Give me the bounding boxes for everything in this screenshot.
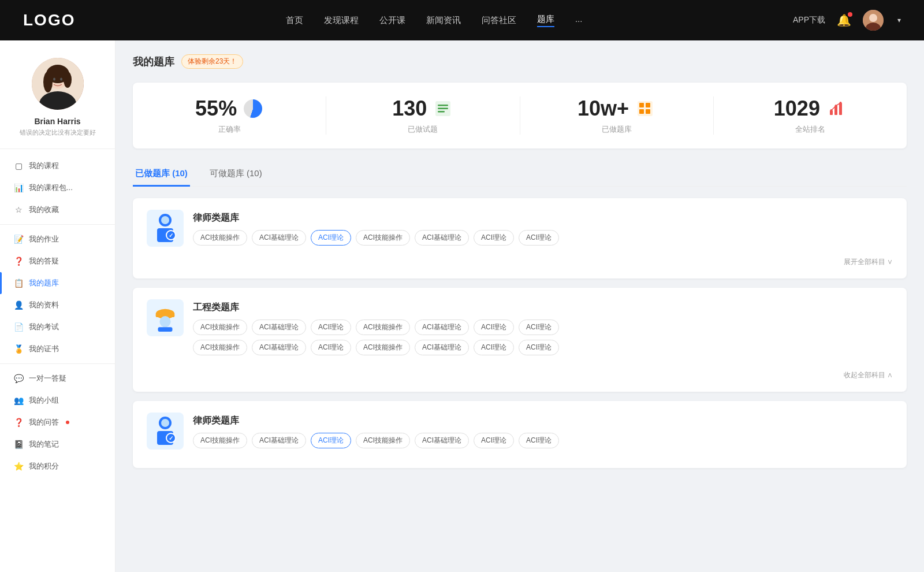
profile-icon: 👤 [14,300,23,310]
tag-eng-2-5[interactable]: ACI基础理论 [415,340,469,355]
bank-expand-engineer-wrapper: 收起全部科目 ∧ [147,369,893,380]
tabs-row: 已做题库 (10) 可做题库 (10) [133,162,907,187]
stat-banks-top: 10w+ [578,96,655,121]
notes-icon: 📓 [14,440,23,449]
expand-engineer[interactable]: 收起全部科目 ∧ [844,371,893,379]
sidebar-profile: Brian Harris 错误的决定比没有决定要好 [0,58,115,149]
tag-eng-2-7[interactable]: ACI理论 [519,340,559,355]
avatar-dropdown-arrow[interactable]: ▾ [897,16,901,24]
homework-icon: 📝 [14,235,23,244]
tag-lawyer1-7[interactable]: ACI理论 [519,230,559,246]
svg-point-8 [64,72,72,88]
sidebar-item-group-label: 我的小组 [29,395,59,406]
svg-point-37 [161,419,169,427]
page-title: 我的题库 [133,55,174,69]
questions-icon: ❓ [14,257,23,266]
tag-eng-2-4[interactable]: ACI技能操作 [356,340,410,355]
svg-point-24 [834,105,837,107]
app-download[interactable]: APP下载 [793,15,825,25]
tag-eng-1-7[interactable]: ACI理论 [519,320,559,335]
tag-eng-1-3[interactable]: ACI理论 [311,320,351,335]
bank-card-engineer-header: 工程类题库 ACI技能操作 ACI基础理论 ACI理论 ACI技能操作 ACI基… [147,299,893,360]
sidebar-item-homework[interactable]: 📝 我的作业 [0,228,115,250]
list-icon [434,100,452,117]
lawyer-icon-1: ✓ [151,213,179,243]
sidebar-item-points-label: 我的积分 [29,461,59,471]
avatar[interactable] [863,10,884,31]
sidebar-item-courses[interactable]: ▢ 我的课程 [0,155,115,177]
nav-open-course[interactable]: 公开课 [379,15,405,26]
tag-eng-2-1[interactable]: ACI技能操作 [193,340,247,355]
stat-ranking: 1029 全站排名 [714,96,907,135]
trial-badge: 体验剩余23天！ [181,54,243,69]
nav-news[interactable]: 新闻资讯 [426,15,461,26]
nav-discover[interactable]: 发现课程 [324,15,359,26]
sidebar-item-questionbank[interactable]: 📋 我的题库 [0,272,115,294]
tag-lawyer2-2[interactable]: ACI基础理论 [252,433,306,448]
sidebar-item-packages-label: 我的课程包... [29,183,73,193]
tag-lawyer2-7[interactable]: ACI理论 [519,433,559,448]
sidebar-item-exam[interactable]: 📄 我的考试 [0,316,115,338]
tag-eng-2-2[interactable]: ACI基础理论 [252,340,306,355]
sidebar-item-qa[interactable]: ❓ 我的问答 [0,411,115,433]
tag-lawyer1-2[interactable]: ACI基础理论 [252,230,306,246]
questionbank-icon: 📋 [14,278,23,288]
sidebar-item-certificate[interactable]: 🏅 我的证书 [0,338,115,360]
stat-ranking-value: 1029 [774,96,820,121]
tag-eng-1-5[interactable]: ACI基础理论 [415,320,469,335]
tag-lawyer1-4[interactable]: ACI技能操作 [356,230,410,246]
sidebar-item-tutoring-label: 一对一答疑 [29,373,66,384]
bank-card-lawyer-1-header: ✓ 律师类题库 ACI技能操作 ACI基础理论 ACI理论 ACI技能操作 AC… [147,210,893,247]
tag-eng-1-4[interactable]: ACI技能操作 [356,320,410,335]
sidebar-item-points[interactable]: ⭐ 我的积分 [0,455,115,477]
tab-done[interactable]: 已做题库 (10) [133,162,190,187]
expand-lawyer-1[interactable]: 展开全部科目 ∨ [844,258,893,266]
sidebar-item-notes-label: 我的笔记 [29,439,59,450]
nav-question-bank[interactable]: 题库 [537,14,554,27]
avatar-image [863,10,884,31]
svg-rect-12 [438,105,448,106]
tag-lawyer2-3[interactable]: ACI理论 [311,433,351,448]
sidebar-item-questions[interactable]: ❓ 我的答疑 [0,250,115,272]
notification-bell[interactable]: 🔔 [837,13,851,27]
tag-lawyer1-3[interactable]: ACI理论 [311,230,351,246]
tag-lawyer1-5[interactable]: ACI基础理论 [415,230,469,246]
sidebar-item-tutoring[interactable]: 💬 一对一答疑 [0,367,115,389]
packages-icon: 📊 [14,183,23,192]
group-icon: 👥 [14,396,23,405]
bank-card-lawyer-1-content: 律师类题库 ACI技能操作 ACI基础理论 ACI理论 ACI技能操作 ACI基… [193,210,893,246]
tag-eng-1-2[interactable]: ACI基础理论 [252,320,306,335]
tag-eng-2-6[interactable]: ACI理论 [474,340,514,355]
tag-lawyer2-5[interactable]: ACI基础理论 [415,433,469,448]
sidebar-item-packages[interactable]: 📊 我的课程包... [0,177,115,199]
navbar: LOGO 首页 发现课程 公开课 新闻资讯 问答社区 题库 ··· APP下载 … [0,0,924,40]
nav-home[interactable]: 首页 [286,15,303,26]
stat-ranking-top: 1029 [774,96,847,121]
favorites-icon: ☆ [14,205,23,214]
sidebar-item-profile[interactable]: 👤 我的资料 [0,294,115,316]
tag-eng-2-3[interactable]: ACI理论 [311,340,351,355]
nav-qa[interactable]: 问答社区 [482,15,516,26]
lawyer-icon-box-2: ✓ [147,413,184,450]
stat-banks-value: 10w+ [578,96,629,121]
tag-lawyer2-4[interactable]: ACI技能操作 [356,433,410,448]
tag-lawyer2-6[interactable]: ACI理论 [474,433,514,448]
sidebar-item-notes[interactable]: 📓 我的笔记 [0,433,115,455]
nav-more[interactable]: ··· [575,16,583,25]
sidebar-item-courses-label: 我的课程 [29,161,59,171]
qa-dot [66,421,69,424]
tag-eng-1-1[interactable]: ACI技能操作 [193,320,247,335]
tag-lawyer2-1[interactable]: ACI技能操作 [193,433,247,448]
stat-questions-top: 130 [392,96,453,121]
accuracy-icon [243,98,263,119]
tag-lawyer1-6[interactable]: ACI理论 [474,230,514,246]
svg-text:✓: ✓ [169,232,173,239]
tag-eng-1-6[interactable]: ACI理论 [474,320,514,335]
tag-lawyer1-1[interactable]: ACI技能操作 [193,230,247,246]
courses-icon: ▢ [14,161,23,170]
sidebar-item-homework-label: 我的作业 [29,234,59,244]
sidebar-item-favorites[interactable]: ☆ 我的收藏 [0,199,115,221]
sidebar-item-group[interactable]: 👥 我的小组 [0,389,115,411]
bank-title-engineer: 工程类题库 [193,302,893,314]
tab-available[interactable]: 可做题库 (10) [207,162,264,187]
